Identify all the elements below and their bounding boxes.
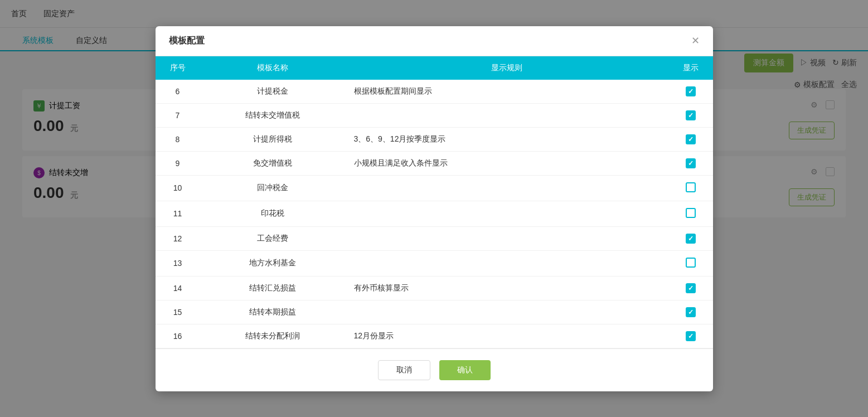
- cell-checkbox: [668, 250, 713, 276]
- cell-checkbox: [668, 175, 713, 201]
- cell-index: 16: [156, 324, 200, 348]
- cell-checkbox: [668, 151, 713, 175]
- table-row: 12工会经费: [156, 226, 713, 250]
- col-header-rule: 显示规则: [345, 56, 668, 80]
- cell-rule: [345, 201, 668, 226]
- cell-checkbox: [668, 324, 713, 348]
- table-row: 9免交增值税小规模且满足收入条件显示: [156, 151, 713, 175]
- cell-name: 结转本期损益: [200, 300, 345, 324]
- cell-index: 15: [156, 300, 200, 324]
- confirm-button[interactable]: 确认: [439, 360, 491, 380]
- col-header-name: 模板名称: [200, 56, 345, 80]
- table-header-row: 序号 模板名称 显示规则 显示: [156, 56, 713, 80]
- table-row: 14结转汇兑损益有外币核算显示: [156, 276, 713, 300]
- table-row: 7结转未交增值税: [156, 103, 713, 127]
- cell-checkbox: [668, 127, 713, 151]
- row-checkbox-11[interactable]: [686, 208, 696, 218]
- table-row: 13地方水利基金: [156, 250, 713, 276]
- col-header-display: 显示: [668, 56, 713, 80]
- cell-rule: 根据模板配置期间显示: [345, 80, 668, 104]
- row-checkbox-10[interactable]: [686, 182, 696, 192]
- cell-rule: 有外币核算显示: [345, 276, 668, 300]
- table-row: 16结转未分配利润12月份显示: [156, 324, 713, 348]
- cell-rule: 小规模且满足收入条件显示: [345, 151, 668, 175]
- modal-title: 模板配置: [169, 35, 205, 47]
- cell-checkbox: [668, 300, 713, 324]
- cell-name: 工会经费: [200, 226, 345, 250]
- modal-header: 模板配置 ✕: [156, 26, 713, 56]
- cell-name: 回冲税金: [200, 175, 345, 201]
- row-checkbox-14[interactable]: [686, 283, 696, 293]
- cell-index: 11: [156, 201, 200, 226]
- cell-rule: [345, 103, 668, 127]
- modal-overlay: 模板配置 ✕ 序号 模板名称 显示规则 显示 6计提税金根据模板配置期间显示7结…: [0, 0, 868, 417]
- row-checkbox-13[interactable]: [686, 258, 696, 268]
- cell-rule: [345, 250, 668, 276]
- cell-name: 计提所得税: [200, 127, 345, 151]
- table-body: 6计提税金根据模板配置期间显示7结转未交增值税8计提所得税3、6、9、12月按季…: [156, 80, 713, 348]
- row-checkbox-9[interactable]: [686, 158, 696, 168]
- modal-template-config: 模板配置 ✕ 序号 模板名称 显示规则 显示 6计提税金根据模板配置期间显示7结…: [156, 26, 713, 391]
- cell-rule: 12月份显示: [345, 324, 668, 348]
- cell-name: 地方水利基金: [200, 250, 345, 276]
- row-checkbox-8[interactable]: [686, 134, 696, 144]
- cell-index: 7: [156, 103, 200, 127]
- cell-name: 结转未分配利润: [200, 324, 345, 348]
- cell-rule: 3、6、9、12月按季度显示: [345, 127, 668, 151]
- cell-rule: [345, 300, 668, 324]
- cell-name: 免交增值税: [200, 151, 345, 175]
- row-checkbox-6[interactable]: [686, 86, 696, 96]
- cell-index: 13: [156, 250, 200, 276]
- row-checkbox-15[interactable]: [686, 307, 696, 317]
- row-checkbox-16[interactable]: [686, 331, 696, 341]
- cell-rule: [345, 226, 668, 250]
- table-row: 15结转本期损益: [156, 300, 713, 324]
- row-checkbox-7[interactable]: [686, 110, 696, 120]
- cell-checkbox: [668, 80, 713, 104]
- cell-checkbox: [668, 201, 713, 226]
- cancel-button[interactable]: 取消: [378, 360, 430, 380]
- cell-checkbox: [668, 276, 713, 300]
- cell-index: 9: [156, 151, 200, 175]
- cell-index: 10: [156, 175, 200, 201]
- table-row: 11印花税: [156, 201, 713, 226]
- cell-rule: [345, 175, 668, 201]
- cell-index: 8: [156, 127, 200, 151]
- config-table: 序号 模板名称 显示规则 显示 6计提税金根据模板配置期间显示7结转未交增值税8…: [156, 56, 713, 348]
- table-row: 10回冲税金: [156, 175, 713, 201]
- modal-footer: 取消 确认: [156, 348, 713, 391]
- table-row: 6计提税金根据模板配置期间显示: [156, 80, 713, 104]
- cell-name: 结转汇兑损益: [200, 276, 345, 300]
- cell-checkbox: [668, 103, 713, 127]
- table-row: 8计提所得税3、6、9、12月按季度显示: [156, 127, 713, 151]
- modal-body[interactable]: 序号 模板名称 显示规则 显示 6计提税金根据模板配置期间显示7结转未交增值税8…: [156, 56, 713, 348]
- cell-checkbox: [668, 226, 713, 250]
- modal-close-button[interactable]: ✕: [691, 36, 700, 46]
- cell-name: 印花税: [200, 201, 345, 226]
- cell-name: 计提税金: [200, 80, 345, 104]
- row-checkbox-12[interactable]: [686, 234, 696, 244]
- cell-name: 结转未交增值税: [200, 103, 345, 127]
- cell-index: 14: [156, 276, 200, 300]
- cell-index: 6: [156, 80, 200, 104]
- col-header-index: 序号: [156, 56, 200, 80]
- cell-index: 12: [156, 226, 200, 250]
